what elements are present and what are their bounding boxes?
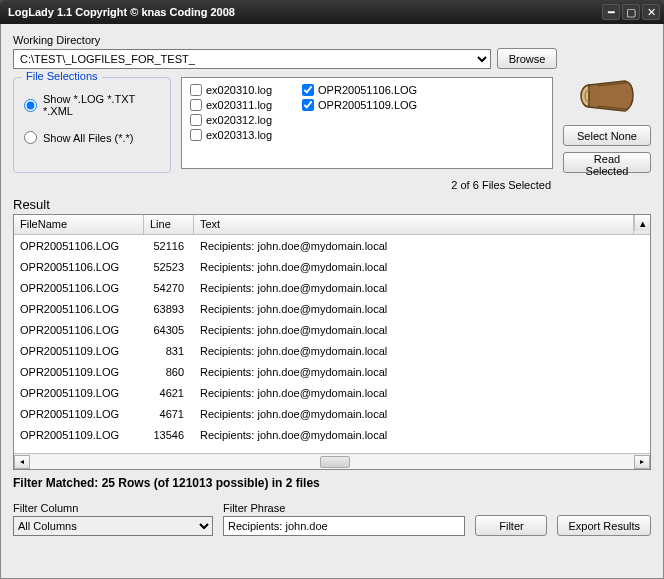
cell-text: Recipients: john.doe@mydomain.local <box>194 387 650 399</box>
horizontal-scrollbar[interactable]: ◂ ▸ <box>14 453 650 469</box>
scroll-left-button[interactable]: ◂ <box>14 455 30 469</box>
cell-filename: OPR20051109.LOG <box>14 366 144 378</box>
export-results-button[interactable]: Export Results <box>557 515 651 536</box>
cell-text: Recipients: john.doe@mydomain.local <box>194 429 650 441</box>
table-row[interactable]: OPR20051109.LOG831Recipients: john.doe@m… <box>14 340 650 361</box>
window-controls: ━ ▢ ✕ <box>602 4 660 20</box>
cell-line: 63893 <box>144 303 194 315</box>
file-name: ex020312.log <box>206 114 272 126</box>
cell-text: Recipients: john.doe@mydomain.local <box>194 408 650 420</box>
cell-text: Recipients: john.doe@mydomain.local <box>194 345 650 357</box>
scroll-right-button[interactable]: ▸ <box>634 455 650 469</box>
cell-line: 52523 <box>144 261 194 273</box>
result-grid: FileName Line Text ▴ OPR20051106.LOG5211… <box>13 214 651 470</box>
cell-text: Recipients: john.doe@mydomain.local <box>194 303 650 315</box>
cell-line: 54270 <box>144 282 194 294</box>
file-name: ex020310.log <box>206 84 272 96</box>
cell-text: Recipients: john.doe@mydomain.local <box>194 324 650 336</box>
working-dir-select[interactable]: C:\TEST\_LOGFILES_FOR_TEST_ <box>13 49 491 69</box>
table-row[interactable]: OPR20051106.LOG64305Recipients: john.doe… <box>14 319 650 340</box>
select-none-button[interactable]: Select None <box>563 125 651 146</box>
col-header-line[interactable]: Line <box>144 215 194 234</box>
file-checkbox[interactable] <box>302 99 314 111</box>
file-item[interactable]: ex020313.log <box>190 129 272 141</box>
table-row[interactable]: OPR20051106.LOG52116Recipients: john.doe… <box>14 235 650 256</box>
close-button[interactable]: ✕ <box>642 4 660 20</box>
cell-filename: OPR20051109.LOG <box>14 345 144 357</box>
cell-line: 4621 <box>144 387 194 399</box>
cell-filename: OPR20051106.LOG <box>14 240 144 252</box>
file-item[interactable]: ex020310.log <box>190 84 272 96</box>
table-row[interactable]: OPR20051109.LOG4621Recipients: john.doe@… <box>14 382 650 403</box>
filter-column-select[interactable]: All Columns <box>13 516 213 536</box>
table-row[interactable]: OPR20051106.LOG54270Recipients: john.doe… <box>14 277 650 298</box>
table-row[interactable]: OPR20051109.LOG13546Recipients: john.doe… <box>14 424 650 445</box>
file-checkbox[interactable] <box>190 84 202 96</box>
file-selections-legend: File Selections <box>22 70 102 82</box>
client-area: Working Directory C:\TEST\_LOGFILES_FOR_… <box>0 24 664 579</box>
cell-line: 52116 <box>144 240 194 252</box>
working-dir-label: Working Directory <box>13 34 651 46</box>
cell-filename: OPR20051109.LOG <box>14 387 144 399</box>
cell-line: 13546 <box>144 429 194 441</box>
radio-show-logs-input[interactable] <box>24 99 37 112</box>
radio-show-all[interactable]: Show All Files (*.*) <box>24 131 160 144</box>
filter-summary: Filter Matched: 25 Rows (of 121013 possi… <box>13 476 651 490</box>
read-selected-button[interactable]: Read Selected <box>563 152 651 173</box>
radio-show-logs[interactable]: Show *.LOG *.TXT *.XML <box>24 93 160 117</box>
file-name: ex020311.log <box>206 99 272 111</box>
file-checkbox[interactable] <box>302 84 314 96</box>
scroll-track[interactable] <box>30 455 634 469</box>
radio-show-all-input[interactable] <box>24 131 37 144</box>
filter-row: Filter Column All Columns Filter Phrase … <box>13 502 651 536</box>
file-checkbox[interactable] <box>190 99 202 111</box>
file-checkbox[interactable] <box>190 129 202 141</box>
cell-line: 831 <box>144 345 194 357</box>
grid-header: FileName Line Text ▴ <box>14 215 650 235</box>
cell-line: 860 <box>144 366 194 378</box>
scroll-up-button[interactable]: ▴ <box>634 215 650 231</box>
cell-filename: OPR20051106.LOG <box>14 303 144 315</box>
scroll-thumb[interactable] <box>320 456 350 468</box>
cell-filename: OPR20051106.LOG <box>14 261 144 273</box>
file-item[interactable]: OPR20051109.LOG <box>302 99 417 111</box>
table-row[interactable]: OPR20051106.LOG52523Recipients: john.doe… <box>14 256 650 277</box>
log-icon <box>579 77 635 115</box>
col-header-filename[interactable]: FileName <box>14 215 144 234</box>
browse-button[interactable]: Browse <box>497 48 557 69</box>
result-label: Result <box>13 197 651 212</box>
file-name: ex020313.log <box>206 129 272 141</box>
cell-filename: OPR20051109.LOG <box>14 408 144 420</box>
col-header-text[interactable]: Text <box>194 215 634 234</box>
titlebar-text: LogLady 1.1 Copyright © knas Coding 2008 <box>8 6 602 18</box>
table-row[interactable]: OPR20051106.LOG63893Recipients: john.doe… <box>14 298 650 319</box>
table-row[interactable]: OPR20051109.LOG4671Recipients: john.doe@… <box>14 403 650 424</box>
selection-count: 2 of 6 Files Selected <box>13 179 551 191</box>
file-item[interactable]: ex020312.log <box>190 114 272 126</box>
file-list: ex020310.logex020311.logex020312.logex02… <box>181 77 553 169</box>
filter-column-label: Filter Column <box>13 502 213 514</box>
cell-filename: OPR20051109.LOG <box>14 429 144 441</box>
filter-phrase-input[interactable] <box>223 516 465 536</box>
file-checkbox[interactable] <box>190 114 202 126</box>
cell-line: 4671 <box>144 408 194 420</box>
titlebar: LogLady 1.1 Copyright © knas Coding 2008… <box>0 0 664 24</box>
file-item[interactable]: OPR20051106.LOG <box>302 84 417 96</box>
cell-text: Recipients: john.doe@mydomain.local <box>194 282 650 294</box>
table-row[interactable]: OPR20051109.LOG860Recipients: john.doe@m… <box>14 361 650 382</box>
file-name: OPR20051106.LOG <box>318 84 417 96</box>
minimize-button[interactable]: ━ <box>602 4 620 20</box>
file-name: OPR20051109.LOG <box>318 99 417 111</box>
cell-filename: OPR20051106.LOG <box>14 324 144 336</box>
maximize-button[interactable]: ▢ <box>622 4 640 20</box>
filter-phrase-label: Filter Phrase <box>223 502 465 514</box>
cell-text: Recipients: john.doe@mydomain.local <box>194 240 650 252</box>
cell-filename: OPR20051106.LOG <box>14 282 144 294</box>
filter-button[interactable]: Filter <box>475 515 547 536</box>
file-selections-group: File Selections Show *.LOG *.TXT *.XML S… <box>13 77 171 173</box>
file-item[interactable]: ex020311.log <box>190 99 272 111</box>
grid-body[interactable]: OPR20051106.LOG52116Recipients: john.doe… <box>14 235 650 453</box>
right-column: Select None Read Selected <box>563 77 651 173</box>
cell-text: Recipients: john.doe@mydomain.local <box>194 261 650 273</box>
cell-text: Recipients: john.doe@mydomain.local <box>194 366 650 378</box>
